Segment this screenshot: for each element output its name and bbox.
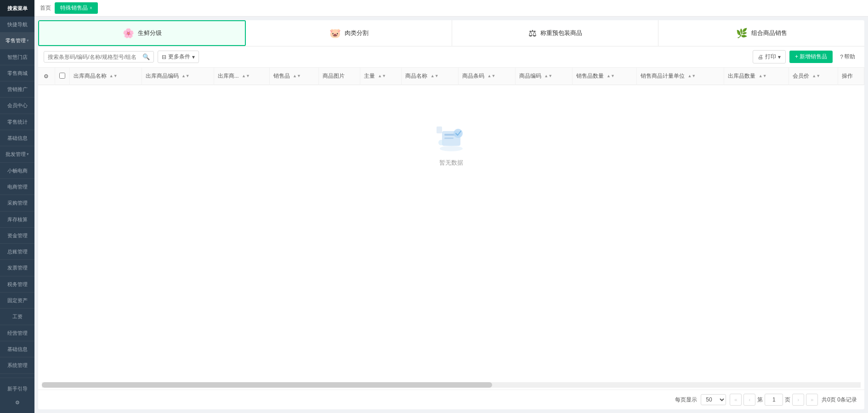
sidebar-item-biz-mgmt[interactable]: 经营管理 — [0, 325, 34, 341]
col-barcode[interactable]: 商品条码 ▲▼ — [459, 68, 516, 85]
col-product-code[interactable]: 商品编码 ▲▼ — [515, 68, 572, 85]
sidebar-item-retail-mgmt[interactable]: 零售管理 ▾ — [0, 33, 34, 49]
col-out-qty[interactable]: 出库品数量 ▲▼ — [724, 68, 789, 85]
tab-combo-sales[interactable]: 🌿 组合商品销售 — [658, 20, 864, 46]
col-actions: 操作 — [838, 68, 864, 85]
next-page-button[interactable]: › — [792, 394, 804, 406]
sidebar-item-enterprise[interactable]: 企业协同 — [0, 374, 34, 378]
sidebar-item-member[interactable]: 会员中心 — [0, 98, 34, 114]
col-out-name[interactable]: 出库商品名称 ▲▼ — [69, 68, 142, 85]
tab-combo-sales-label: 组合商品销售 — [751, 29, 787, 37]
help-button[interactable]: ? 帮助 — [836, 51, 859, 63]
last-page-button[interactable]: » — [806, 394, 818, 406]
col-member-price[interactable]: 会员价 ▲▼ — [789, 68, 838, 85]
sidebar-item-retail-mall[interactable]: 零售商城 — [0, 65, 34, 81]
page-number-input[interactable] — [765, 394, 783, 406]
tab-weigh-pack[interactable]: ⚖ 称重预包装商品 — [452, 20, 658, 46]
sidebar-item-base-info-1[interactable]: 基础信息 — [0, 130, 34, 146]
sidebar-item-finance[interactable]: 资金管理 — [0, 228, 34, 244]
sidebar-item-tax[interactable]: 税务管理 — [0, 276, 34, 293]
sidebar-logo[interactable]: 搜索菜单 — [0, 0, 34, 17]
sidebar-item-system[interactable]: 系统管理 — [0, 357, 34, 373]
sidebar-bottom: 新手引导 ⚙ — [0, 378, 34, 413]
col-sales-product[interactable]: 销售品 ▲▼ — [269, 68, 318, 85]
svg-point-5 — [438, 140, 444, 145]
pagination: 每页显示 50 10 20 100 « ‹ 第 页 › » 共0页 0条记录 — [38, 390, 864, 409]
col-sales-qty-label: 销售品数量 — [576, 73, 604, 79]
tab-meat-cut-label: 肉类分割 — [345, 29, 369, 37]
first-page-button[interactable]: « — [730, 394, 742, 406]
sidebar-item-guide[interactable]: 新手引导 — [2, 382, 33, 396]
select-all-checkbox[interactable] — [59, 73, 65, 79]
main-content: 首页 特殊销售品 × 🌸 生鲜分级 🐷 肉类分割 ⚖ 称重预包装商品 🌿 组合商… — [34, 0, 868, 413]
sidebar-item-ledger[interactable]: 总账管理 — [0, 244, 34, 260]
col-settings[interactable]: ⚙ — [38, 68, 55, 85]
sidebar-item-retail-stats[interactable]: 零售统计 — [0, 114, 34, 130]
active-tab-label: 特殊销售品 — [60, 4, 88, 12]
search-input[interactable] — [48, 54, 142, 60]
col-sales-product-label: 销售品 — [273, 73, 290, 79]
horizontal-scrollbar[interactable] — [42, 382, 861, 388]
category-tabs: 🌸 生鲜分级 🐷 肉类分割 ⚖ 称重预包装商品 🌿 组合商品销售 — [38, 20, 864, 46]
sidebar-item-marketing[interactable]: 营销推广 — [0, 81, 34, 98]
tab-meat-cut[interactable]: 🐷 肉类分割 — [246, 20, 452, 46]
home-link[interactable]: 首页 — [40, 4, 51, 12]
svg-point-0 — [440, 146, 463, 151]
close-tab-icon[interactable]: × — [90, 6, 92, 11]
active-tab[interactable]: 特殊销售品 × — [55, 2, 98, 14]
col-sales-unit-label: 销售商品计量单位 — [641, 73, 685, 79]
page-size-select[interactable]: 50 10 20 100 — [701, 394, 726, 405]
search-icon[interactable]: 🔍 — [142, 53, 150, 60]
table-container: ⚙ 出库商品名称 ▲▼ 出库商品编码 ▲▼ 出库 — [38, 68, 864, 382]
sidebar-item-ecom-mgmt[interactable]: 电商管理 — [0, 179, 34, 195]
combo-sales-icon: 🌿 — [736, 28, 748, 39]
page-size-label: 每页显示 — [675, 396, 697, 404]
col-main-weight[interactable]: 主量 ▲▼ — [360, 68, 401, 85]
print-icon: 🖨 — [758, 54, 763, 60]
sidebar-item-quick-nav[interactable]: 快捷导航 — [0, 17, 34, 33]
sort-icon-3: ▲▼ — [242, 74, 250, 78]
sidebar-item-invoice[interactable]: 发票管理 — [0, 260, 34, 276]
sort-icon-9: ▲▼ — [607, 74, 615, 78]
table-header-row: ⚙ 出库商品名称 ▲▼ 出库商品编码 ▲▼ 出库 — [38, 68, 864, 85]
toolbar: 🔍 ⊟ 更多条件 ▾ 🖨 打印 ▾ + 新增销售品 ? 帮助 — [38, 46, 864, 68]
col-out-spec[interactable]: 出库商... ▲▼ — [214, 68, 269, 85]
print-label: 打印 — [765, 53, 776, 61]
sidebar-item-wholesale[interactable]: 批发管理 ▾ — [0, 146, 34, 162]
new-sales-product-button[interactable]: + 新增销售品 — [789, 51, 833, 63]
tab-weigh-pack-label: 称重预包装商品 — [540, 29, 582, 37]
print-button[interactable]: 🖨 打印 ▾ — [753, 50, 786, 63]
svg-rect-6 — [437, 126, 442, 133]
svg-rect-3 — [444, 138, 454, 139]
tab-fresh-grade-label: 生鲜分级 — [138, 29, 162, 37]
col-actions-label: 操作 — [842, 73, 853, 79]
scrollbar-thumb[interactable] — [42, 382, 492, 388]
tab-fresh-grade[interactable]: 🌸 生鲜分级 — [38, 20, 246, 46]
col-checkbox[interactable] — [55, 68, 69, 85]
sidebar-item-settings[interactable]: ⚙ — [2, 396, 33, 409]
col-out-code-label: 出库商品编码 — [146, 73, 179, 79]
topbar: 首页 特殊销售品 × — [34, 0, 868, 17]
sort-icon-10: ▲▼ — [687, 74, 696, 78]
sidebar-item-base-info-2[interactable]: 基础信息 — [0, 341, 34, 357]
page-body: 🌸 生鲜分级 🐷 肉类分割 ⚖ 称重预包装商品 🌿 组合商品销售 🔍 — [38, 20, 864, 409]
col-sales-qty[interactable]: 销售品数量 ▲▼ — [572, 68, 636, 85]
filter-label: 更多条件 — [168, 53, 190, 61]
col-product-name[interactable]: 商品名称 ▲▼ — [402, 68, 459, 85]
filter-button[interactable]: ⊟ 更多条件 ▾ — [158, 51, 199, 63]
col-out-code[interactable]: 出库商品编码 ▲▼ — [142, 68, 214, 85]
sidebar-item-smart-store[interactable]: 智慧门店 — [0, 49, 34, 65]
sidebar-item-purchase[interactable]: 采购管理 — [0, 195, 34, 211]
col-out-qty-label: 出库品数量 — [728, 73, 755, 79]
col-product-img-label: 商品图片 — [323, 73, 345, 79]
prev-page-button[interactable]: ‹ — [743, 394, 755, 406]
sidebar-item-inventory[interactable]: 库存核算 — [0, 212, 34, 228]
col-barcode-label: 商品条码 — [462, 73, 484, 79]
search-box[interactable]: 🔍 — [44, 51, 154, 63]
col-product-img: 商品图片 — [318, 68, 360, 85]
col-sales-unit[interactable]: 销售商品计量单位 ▲▼ — [637, 68, 724, 85]
empty-illustration — [433, 122, 470, 154]
sidebar-item-ecommerce[interactable]: 小畅电商 — [0, 163, 34, 179]
sidebar-item-fixed-assets[interactable]: 固定资产 — [0, 293, 34, 309]
sidebar-item-payroll[interactable]: 工资 — [0, 309, 34, 325]
